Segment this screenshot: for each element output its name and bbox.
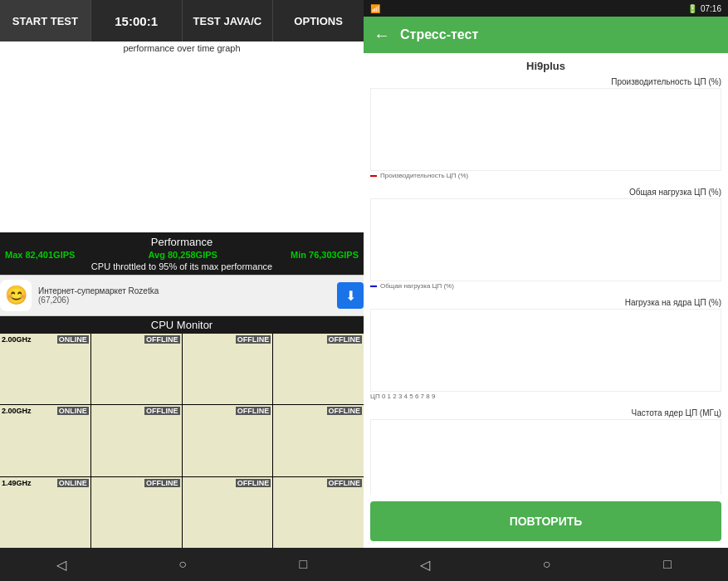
legend-label-2: ЦП 0 1 2 3 4 5 6 7 8 9 [370,393,435,400]
cpu-monitor-title: CPU Monitor [0,316,364,334]
ad-banner[interactable]: 😊 Интернет-супермаркет Rozetka (67,206) … [0,275,364,316]
cpu-cell-canvas-0 [0,334,90,404]
cpu-status-10: OFFLINE [236,479,271,487]
cpu-cell-3: OFFLINE [273,334,364,404]
ad-download-button[interactable]: ⬇ [337,282,364,309]
cpu-cell-canvas-2 [183,334,273,404]
status-left-content: 📶 [370,4,380,13]
cpu-status-2: OFFLINE [236,335,271,344]
cpu-cell-canvas-3 [273,334,364,404]
cpu-grid: 2.00GHzONLINEOFFLINEOFFLINEOFFLINE2.00GH… [0,334,364,548]
cpu-cell-1: OFFLINE [91,334,182,404]
cpu-cell-canvas-10 [183,477,273,548]
cpu-status-8: ONLINE [57,479,89,487]
options-button[interactable]: OPTIONS [273,0,364,42]
graph-title: performance over time graph [0,43,364,53]
cpu-status-0: ONLINE [57,335,89,344]
chart-legend-1: Общая нагрузка ЦП (%) [370,282,721,290]
test-java-button[interactable]: TEST JAVA/C [183,0,274,42]
right-panel: 📶 🔋 07:16 ← Стресс-тест Hi9plus Производ… [364,0,728,581]
cpu-status-9: OFFLINE [144,479,180,487]
chart-wrapper-load [370,198,721,281]
cpu-cell-9: OFFLINE [91,477,182,548]
cpu-cell-4: 2.00GHzONLINE [0,405,90,476]
chart-section-performance: Производительность ЦП (%) Производительн… [370,77,721,179]
cpu-cell-canvas-5 [91,405,182,476]
chart-title-load: Общая нагрузка ЦП (%) [370,188,721,197]
chart-wrapper-cores [370,309,721,392]
chart-section-freq: Частота ядер ЦП (МГц) ЦП 0 1 2 3 4 5 6 7… [370,408,721,495]
chart-canvas-1 [371,199,721,281]
back-nav-right[interactable]: ◁ [420,557,430,573]
cpu-cell-canvas-4 [0,405,90,476]
recents-nav-right[interactable]: □ [663,557,672,572]
wifi-icon: 📶 [370,4,380,13]
chart-title-performance: Производительность ЦП (%) [370,77,721,86]
home-nav-right[interactable]: ○ [543,557,551,572]
cpu-cell-10: OFFLINE [183,477,273,548]
recents-nav-button[interactable]: □ [300,557,308,572]
cpu-cell-5: OFFLINE [91,405,182,476]
cpu-status-3: OFFLINE [327,335,363,344]
status-bar-right: 📶 🔋 07:16 [364,0,728,17]
chart-canvas-3 [371,420,721,495]
performance-canvas [0,42,364,232]
cpu-status-11: OFFLINE [327,479,363,487]
charts-area: Hi9plus Производительность ЦП (%) Произв… [364,53,728,495]
cpu-cell-8: 1.49GHzONLINE [0,477,90,548]
throttle-text: CPU throttled to 95% of its max performa… [5,261,359,271]
repeat-button[interactable]: ПОВТОРИТЬ [370,501,721,541]
cpu-status-4: ONLINE [57,407,89,415]
legend-dot-1 [370,286,377,287]
time-display: 07:16 [701,4,721,13]
chart-section-cores: Нагрузка на ядра ЦП (%) ЦП 0 1 2 3 4 5 6… [370,298,721,400]
cpu-cell-canvas-8 [0,477,90,548]
bottom-nav-right: ◁ ○ □ [364,548,728,581]
start-test-button[interactable]: START TEST [0,0,91,42]
chart-legend-2: ЦП 0 1 2 3 4 5 6 7 8 9 [370,393,721,400]
cpu-cell-11: OFFLINE [273,477,364,548]
performance-graph: performance over time graph [0,42,364,232]
timer-display: 15:00:1 [91,0,183,42]
legend-label-0: Производительность ЦП (%) [380,172,468,179]
legend-dot-0 [370,175,377,177]
cpu-status-6: OFFLINE [236,407,271,415]
top-bar: START TEST 15:00:1 TEST JAVA/C OPTIONS [0,0,364,42]
ad-icon: 😊 [0,280,32,311]
cpu-freq-8: 1.49GHz [2,479,32,487]
ad-name: Интернет-супермаркет Rozetka [38,286,330,295]
right-header: ← Стресс-тест [364,17,728,53]
header-title: Стресс-тест [400,27,478,42]
chart-legend-0: Производительность ЦП (%) [370,172,721,179]
max-gips: Max 82,401GIPS [5,250,75,260]
chart-wrapper-performance [370,88,721,171]
cpu-status-5: OFFLINE [144,407,180,415]
cpu-cell-7: OFFLINE [273,405,364,476]
cpu-status-7: OFFLINE [327,407,363,415]
performance-label: Performance [5,236,359,248]
chart-wrapper-freq [370,419,721,495]
cpu-freq-4: 2.00GHz [2,407,32,415]
bottom-nav-left: ◁ ○ □ [0,548,364,581]
back-arrow-button[interactable]: ← [374,26,390,45]
performance-numbers: Max 82,401GIPS Avg 80,258GIPS Min 76,303… [5,250,359,260]
chart-canvas-0 [371,89,721,170]
cpu-cell-canvas-6 [183,405,273,476]
home-nav-button[interactable]: ○ [178,557,187,572]
battery-icon: 🔋 [687,4,697,13]
ad-rating: (67,206) [38,295,330,305]
cpu-cell-0: 2.00GHzONLINE [0,334,90,404]
cpu-cell-6: OFFLINE [183,405,273,476]
status-right-content: 🔋 07:16 [687,4,721,13]
chart-canvas-2 [371,310,721,391]
device-name: Hi9plus [370,60,721,72]
cpu-status-1: OFFLINE [144,335,180,344]
min-gips: Min 76,303GIPS [291,250,359,260]
legend-label-1: Общая нагрузка ЦП (%) [380,282,454,290]
cpu-cell-canvas-11 [273,477,364,548]
back-nav-button[interactable]: ◁ [56,557,66,573]
ad-text: Интернет-супермаркет Rozetka (67,206) [38,286,330,305]
chart-title-freq: Частота ядер ЦП (МГц) [370,408,721,417]
cpu-cell-canvas-1 [91,334,182,404]
repeat-label: ПОВТОРИТЬ [510,515,583,528]
